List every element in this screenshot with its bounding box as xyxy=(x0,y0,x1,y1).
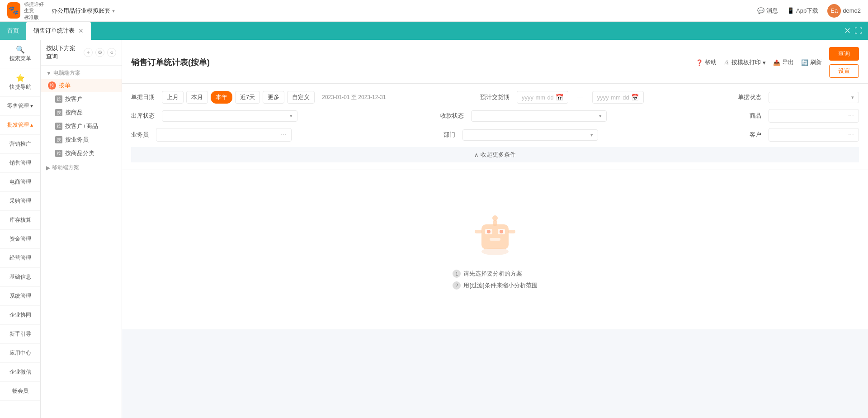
tree-section-mobile[interactable]: ▶ 移动端方案 xyxy=(41,160,122,173)
tree-item-by-order[interactable]: 按 按单 xyxy=(41,79,122,92)
tab-bar: 首页 销售订单统计表 ✕ ✕ ⛶ xyxy=(0,22,868,40)
filter-row-3: 业务员 ··· 部门 ▾ 客户 ··· xyxy=(131,128,859,142)
breadcrumb-text: 办公用品行业模拟账套 xyxy=(52,7,110,15)
svg-point-5 xyxy=(500,230,503,233)
user-profile[interactable]: Ea demo2 xyxy=(827,4,861,18)
by-salesperson-icon: 按 xyxy=(55,136,62,143)
left-panel-title: 按以下方案查询 xyxy=(46,44,81,61)
delivery-date-end[interactable]: yyyy-mm-dd 📅 xyxy=(592,91,644,104)
svg-point-8 xyxy=(492,215,498,221)
top-bar: 🐾 畅捷通好生意 标准版 办公用品行业模拟账套 ▾ 💬 消息 📱 App下载 E… xyxy=(0,0,868,22)
sidebar-item-member[interactable]: 畅会员 xyxy=(0,382,40,401)
breadcrumb-dropdown-icon[interactable]: ▾ xyxy=(112,8,115,14)
tree-item-by-customer-product[interactable]: 按 按客户+商品 xyxy=(41,119,122,133)
filter-row-1: 单据日期 上月 本月 本年 近7天 更多 自定义 2023-01-01 至 20… xyxy=(131,91,859,104)
sidebar-item-operation[interactable]: 经营管理 xyxy=(0,249,40,268)
date-btn-last-month[interactable]: 上月 xyxy=(162,91,184,104)
search-icon: 🔍 xyxy=(0,45,40,54)
date-btn-last-7-days[interactable]: 近7天 xyxy=(235,91,260,104)
settings-scheme-btn[interactable]: ⚙ xyxy=(95,48,104,57)
printer-icon: 🖨 xyxy=(724,59,730,66)
department-select[interactable]: ▾ xyxy=(462,129,598,141)
app-download-btn[interactable]: 📱 App下载 xyxy=(787,7,818,15)
sidebar-item-purchase[interactable]: 采购管理 xyxy=(0,192,40,211)
collapse-bar[interactable]: ∧ 收起更多条件 xyxy=(131,147,859,162)
delivery-status-select[interactable]: ▾ xyxy=(162,110,297,122)
tab-sales-order-stat[interactable]: 销售订单统计表 ✕ xyxy=(26,22,91,40)
date-btn-this-month[interactable]: 本月 xyxy=(186,91,208,104)
by-product-category-icon: 按 xyxy=(55,150,62,157)
date-range-display: 2023-01-01 至 2023-12-31 xyxy=(322,94,386,101)
customer-select[interactable]: ··· xyxy=(769,128,859,142)
tab-close-icon[interactable]: ✕ xyxy=(78,27,84,34)
delivery-date-start[interactable]: yyyy-mm-dd 📅 xyxy=(517,91,568,104)
help-btn[interactable]: ❓ 帮助 xyxy=(696,58,717,66)
goods-more-icon: ··· xyxy=(848,112,854,120)
refresh-btn[interactable]: 🔄 刷新 xyxy=(801,58,822,66)
date-btn-this-year[interactable]: 本年 xyxy=(211,91,232,104)
main-layout: 🔍 搜索菜单 ⭐ 快捷导航 零售管理 ▾ 批发管理 ▴ 营销推广 销售管理 电商… xyxy=(0,40,868,418)
export-btn[interactable]: 📤 导出 xyxy=(773,58,794,66)
delivery-status-label: 出库状态 xyxy=(131,112,155,120)
tree-item-by-salesperson[interactable]: 按 按业务员 xyxy=(41,133,122,147)
sidebar-item-basic[interactable]: 基础信息 xyxy=(0,268,40,287)
template-print-btn[interactable]: 🖨 按模板打印 ▾ xyxy=(724,58,766,66)
setting-button[interactable]: 设置 xyxy=(829,64,859,78)
page-header: 销售订单统计表(按单) ❓ 帮助 🖨 按模板打印 ▾ 📤 导出 🔄 刷新 xyxy=(122,40,868,84)
tab-home[interactable]: 首页 xyxy=(0,22,26,40)
single-status-select[interactable]: ▾ xyxy=(769,92,859,103)
department-label: 部门 xyxy=(443,131,455,139)
by-customer-product-icon: 按 xyxy=(55,123,62,130)
tree-item-by-product-category[interactable]: 按 按商品分类 xyxy=(41,147,122,160)
sidebar-item-appstore[interactable]: 应用中心 xyxy=(0,344,40,363)
sidebar-item-wecom[interactable]: 企业微信 xyxy=(0,363,40,382)
sidebar-item-inventory[interactable]: 库存核算 xyxy=(0,211,40,230)
empty-tip-2: 2 用[过滤]条件来缩小分析范围 xyxy=(453,281,537,290)
page-actions: ❓ 帮助 🖨 按模板打印 ▾ 📤 导出 🔄 刷新 查询 xyxy=(696,47,859,78)
goods-select[interactable]: ··· xyxy=(769,109,859,123)
message-btn[interactable]: 💬 消息 xyxy=(757,7,778,15)
salesperson-select[interactable]: ··· xyxy=(156,128,292,142)
sidebar-item-newbie[interactable]: 新手引导 xyxy=(0,325,40,344)
sidebar-item-search[interactable]: 🔍 搜索菜单 xyxy=(0,40,40,68)
maximize-icon[interactable]: ⛶ xyxy=(854,27,863,35)
customer-label: 客户 xyxy=(750,131,761,139)
chevron-down-icon: ▾ xyxy=(30,103,33,109)
sidebar-item-enterprise[interactable]: 企业协同 xyxy=(0,306,40,325)
query-button[interactable]: 查询 xyxy=(829,47,859,61)
date-btn-custom[interactable]: 自定义 xyxy=(287,91,315,104)
tree-item-by-customer[interactable]: 按 按客户 xyxy=(41,92,122,106)
help-icon: ❓ xyxy=(696,59,703,66)
sidebar-item-finance[interactable]: 资金管理 xyxy=(0,230,40,249)
logo-text: 畅捷通好生意 标准版 xyxy=(24,1,48,20)
logo-icon: 🐾 xyxy=(7,2,20,19)
svg-rect-1 xyxy=(481,224,509,249)
sidebar-item-wholesale[interactable]: 批发管理 ▴ xyxy=(0,116,40,135)
delivery-status-dropdown-icon: ▾ xyxy=(290,113,292,119)
sidebar-item-quick-nav[interactable]: ⭐ 快捷导航 xyxy=(0,68,40,97)
date-btn-more[interactable]: 更多 xyxy=(263,91,284,104)
sidebar-item-marketing[interactable]: 营销推广 xyxy=(0,135,40,154)
expected-delivery-label: 预计交货期 xyxy=(480,93,509,101)
sidebar-item-system[interactable]: 系统管理 xyxy=(0,287,40,306)
add-scheme-btn[interactable]: + xyxy=(84,48,93,57)
tree-item-by-product[interactable]: 按 按商品 xyxy=(41,106,122,119)
sidebar-item-retail[interactable]: 零售管理 ▾ xyxy=(0,97,40,116)
tree-section-pc[interactable]: ▼ 电脑端方案 xyxy=(41,66,122,79)
collection-status-select[interactable]: ▾ xyxy=(471,110,607,122)
logo-area: 🐾 畅捷通好生意 标准版 xyxy=(7,1,48,20)
collapse-arrow-icon: ∧ xyxy=(474,152,479,158)
top-right-actions: 💬 消息 📱 App下载 Ea demo2 xyxy=(757,4,861,18)
chevron-up-icon: ▴ xyxy=(30,122,33,128)
by-customer-icon: 按 xyxy=(55,95,62,103)
sidebar-item-ecommerce[interactable]: 电商管理 xyxy=(0,173,40,192)
minimize-icon[interactable]: ✕ xyxy=(844,27,851,35)
customer-more-icon: ··· xyxy=(848,131,854,139)
sidebar-item-sales[interactable]: 销售管理 xyxy=(0,154,40,173)
collection-status-label: 收款状态 xyxy=(440,112,464,120)
left-panel: 按以下方案查询 + ⚙ « ▼ 电脑端方案 按 按单 按 按客户 按 按商品 按 xyxy=(41,40,122,418)
page-title: 销售订单统计表(按单) xyxy=(131,57,210,68)
empty-tips: 1 请先选择要分析的方案 2 用[过滤]条件来缩小分析范围 xyxy=(453,270,537,293)
calendar-end-icon: 📅 xyxy=(631,94,639,101)
collapse-panel-btn[interactable]: « xyxy=(107,48,116,57)
